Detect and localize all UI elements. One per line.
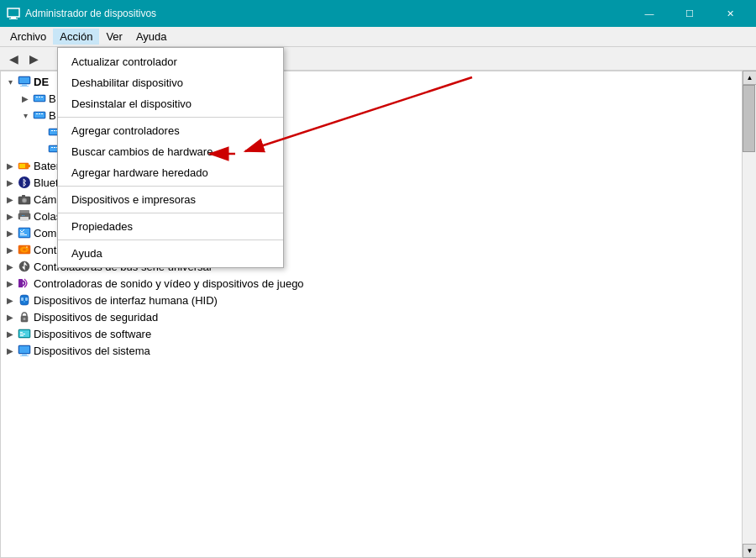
tree-label-root: DE: [34, 76, 49, 88]
menu-item-agregar-hw[interactable]: Agregar hardware heredado: [58, 162, 283, 183]
network-icon-1: [33, 92, 46, 105]
toggle-icon[interactable]: ▶: [4, 227, 16, 239]
forward-button[interactable]: ▶: [24, 49, 44, 69]
svg-rect-61: [20, 335, 24, 336]
tree-label-sonido: Controladoras de sonido y vídeo y dispos…: [34, 277, 304, 290]
svg-rect-24: [51, 147, 53, 148]
window-title: Administrador de dispositivos: [25, 8, 630, 19]
tree-item-hid[interactable]: ▶ Dispositivos de interfaz humana (HID): [1, 292, 755, 308]
menu-ver[interactable]: Ver: [99, 29, 129, 45]
svg-point-47: [23, 249, 26, 251]
menu-item-desinstalar[interactable]: Desinstalar el dispositivo: [58, 93, 283, 114]
separator-2: [58, 186, 283, 187]
svg-rect-60: [20, 334, 25, 334]
toggle-icon[interactable]: ▶: [4, 328, 16, 340]
toggle-icon[interactable]: ▶: [19, 92, 31, 104]
toggle-icon[interactable]: ▶: [4, 176, 16, 188]
menu-item-dispositivos-impresoras[interactable]: Dispositivos e impresoras: [58, 189, 283, 210]
tree-label-softdev: Dispositivos de software: [34, 328, 151, 340]
usb-icon: [18, 260, 31, 273]
svg-rect-8: [34, 96, 45, 101]
maximize-button[interactable]: ☐: [670, 0, 709, 27]
camera-icon: [18, 192, 31, 206]
toggle-icon[interactable]: ▶: [4, 193, 16, 205]
menu-item-ayuda[interactable]: Ayuda: [58, 243, 283, 264]
separator-3: [58, 213, 283, 213]
scrollbar[interactable]: ▲ ▼: [742, 71, 756, 558]
toggle-icon[interactable]: ▶: [4, 160, 16, 171]
svg-rect-16: [41, 113, 43, 114]
svg-rect-59: [20, 332, 23, 333]
title-bar: Administrador de dispositivos — ☐ ✕: [0, 0, 756, 27]
toggle-icon[interactable]: ▶: [4, 345, 16, 356]
menu-bar: Archivo Acción Ver Ayuda: [0, 27, 756, 47]
menu-item-deshabilitar[interactable]: Deshabilitar dispositivo: [58, 72, 283, 93]
storage-icon: [18, 243, 31, 256]
toggle-icon[interactable]: ▶: [4, 210, 16, 222]
svg-rect-52: [21, 297, 24, 301]
svg-point-34: [23, 199, 26, 203]
no-toggle: [34, 143, 46, 155]
computer-icon: [18, 75, 31, 88]
svg-rect-38: [20, 217, 29, 221]
svg-rect-64: [22, 354, 27, 355]
svg-point-56: [24, 318, 26, 320]
menu-accion[interactable]: Acción: [53, 29, 99, 45]
menu-item-agregar-ctrl[interactable]: Agregar controladores: [58, 120, 283, 141]
svg-point-48: [26, 246, 28, 248]
svg-rect-6: [19, 77, 29, 83]
svg-rect-39: [22, 215, 23, 216]
toggle-icon[interactable]: ▶: [4, 261, 16, 272]
menu-ayuda[interactable]: Ayuda: [129, 29, 174, 45]
no-toggle: [34, 126, 46, 138]
scroll-up-button[interactable]: ▲: [743, 71, 756, 85]
toggle-icon[interactable]: ▶: [4, 244, 16, 255]
tree-item-sonido[interactable]: ▶ Controladoras de sonido y vídeo y disp…: [1, 275, 755, 292]
scroll-track[interactable]: [743, 85, 756, 544]
toggle-icon[interactable]: ▾: [19, 109, 31, 121]
menu-item-propiedades[interactable]: Propiedades: [58, 216, 283, 237]
scroll-down-button[interactable]: ▼: [743, 544, 756, 558]
toggle-icon[interactable]: ▾: [4, 76, 16, 87]
menu-item-buscar-cambios[interactable]: Buscar cambios de hardware: [58, 141, 283, 162]
menu-item-actualizar[interactable]: Actualizar controlador: [58, 51, 283, 72]
action-dropdown: Actualizar controlador Deshabilitar disp…: [57, 47, 284, 268]
tree-item-seguridad[interactable]: ▶ Dispositivos de seguridad: [1, 308, 755, 325]
menu-archivo[interactable]: Archivo: [3, 29, 53, 45]
tree-item-sistema[interactable]: ▶ Dispositivos del sistema: [1, 342, 755, 359]
toggle-icon[interactable]: ▶: [4, 294, 16, 306]
svg-rect-10: [39, 97, 40, 97]
window-controls: — ☐ ✕: [630, 0, 749, 27]
svg-rect-63: [19, 346, 29, 353]
svg-rect-9: [36, 97, 38, 97]
svg-rect-29: [19, 164, 25, 168]
svg-point-54: [24, 301, 25, 303]
scroll-thumb[interactable]: [743, 85, 755, 152]
svg-rect-1: [11, 17, 16, 18]
svg-text:ᛒ: ᛒ: [22, 178, 27, 187]
svg-rect-44: [20, 234, 27, 235]
hid-icon: [18, 293, 31, 307]
software-comp-icon: [18, 226, 31, 240]
tree-label-b2: B: [49, 109, 56, 122]
svg-rect-2: [9, 18, 18, 19]
back-button[interactable]: ◀: [3, 49, 24, 69]
app-icon: [7, 7, 20, 20]
toggle-icon[interactable]: ▶: [4, 277, 16, 289]
network-icon-2: [33, 108, 46, 122]
svg-rect-13: [34, 113, 45, 118]
bluetooth-icon: ᛒ: [18, 176, 31, 189]
svg-rect-0: [8, 8, 19, 17]
toggle-icon[interactable]: ▶: [4, 311, 16, 323]
svg-rect-19: [51, 130, 53, 131]
svg-rect-14: [36, 113, 38, 114]
svg-rect-50: [18, 279, 23, 287]
battery-icon: [18, 159, 31, 172]
svg-rect-4: [22, 84, 27, 86]
svg-rect-40: [24, 215, 24, 216]
security-icon: [18, 310, 31, 324]
minimize-button[interactable]: —: [630, 0, 669, 27]
close-button[interactable]: ✕: [711, 0, 749, 27]
tree-label-sistema: Dispositivos del sistema: [34, 345, 150, 357]
tree-item-softdev[interactable]: ▶ Dispositivos de software: [1, 325, 755, 342]
